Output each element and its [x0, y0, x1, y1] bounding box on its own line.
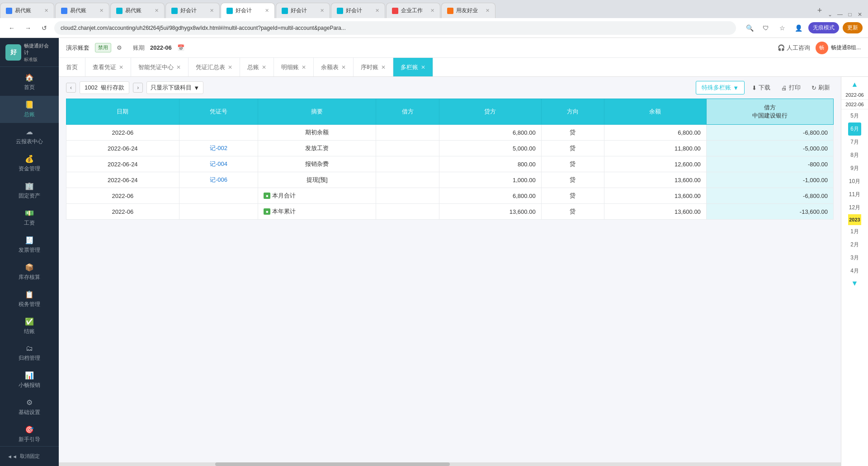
tab-close-button[interactable]: ✕: [44, 8, 48, 14]
sidebar-item-税务管理[interactable]: 📋税务管理: [0, 286, 59, 313]
date-nav-item-5月[interactable]: 5月: [848, 109, 861, 122]
page-tab-明细账[interactable]: 明细账✕: [274, 58, 314, 77]
page-tab-凭证汇总表[interactable]: 凭证汇总表✕: [189, 58, 240, 77]
browser-tab-0[interactable]: 易代账✕: [0, 3, 54, 18]
search-icon[interactable]: 🔍: [743, 22, 756, 34]
sidebar-item-库存核算[interactable]: 📦库存核算: [0, 259, 59, 286]
browser-tab-6[interactable]: 好会计✕: [331, 3, 385, 18]
page-tab-余额表[interactable]: 余额表✕: [314, 58, 354, 77]
cell-voucher[interactable]: 记-002: [179, 141, 258, 156]
sidebar-item-结账[interactable]: ✅结账: [0, 313, 59, 340]
stealth-button[interactable]: 无痕模式: [808, 22, 839, 33]
refresh-button[interactable]: ↻ 刷新: [808, 81, 834, 94]
new-tab-button[interactable]: +: [813, 3, 826, 18]
print-button[interactable]: 🖨 打印: [778, 81, 804, 94]
tab-close-button[interactable]: ✕: [99, 8, 104, 14]
date-nav-item-2023[interactable]: 2023: [848, 214, 861, 225]
browser-tab-4[interactable]: 好会计✕: [221, 3, 275, 18]
shield-icon[interactable]: 🛡: [760, 22, 772, 34]
multi-col-button[interactable]: 特殊多栏账 ▼: [696, 81, 745, 94]
date-nav-item-9月[interactable]: 9月: [848, 162, 861, 175]
page-tab-close-button[interactable]: ✕: [381, 64, 386, 71]
sidebar-item-label: 新手引导: [19, 436, 40, 443]
ledger-panel: ‹ 1002 银行存款 › 只显示下级科目 ▼ 特殊多栏账: [59, 77, 841, 466]
sidebar-item-云报表中心[interactable]: ☁云报表中心: [0, 123, 59, 150]
date-down-button[interactable]: ▼: [849, 278, 860, 289]
page-tab-首页[interactable]: 首页: [59, 58, 85, 77]
date-nav-item-7月[interactable]: 7月: [848, 136, 861, 149]
calendar-icon[interactable]: 📅: [177, 44, 184, 51]
cell-voucher[interactable]: 记-004: [179, 156, 258, 172]
page-tab-close-button[interactable]: ✕: [262, 64, 266, 71]
voucher-link[interactable]: 记-006: [210, 176, 227, 183]
address-input[interactable]: [54, 21, 736, 35]
date-nav-item-1月[interactable]: 1月: [848, 225, 861, 238]
sidebar-item-基础设置[interactable]: ⚙基础设置: [0, 394, 59, 421]
page-tab-close-button[interactable]: ✕: [302, 64, 306, 71]
date-nav-item-6月[interactable]: 6月: [848, 122, 861, 136]
page-tab-close-button[interactable]: ✕: [119, 64, 123, 71]
date-nav-item-12月[interactable]: 12月: [848, 201, 861, 214]
unpin-button[interactable]: ◄◄ 取消固定: [4, 450, 55, 462]
tab-close-button[interactable]: ✕: [210, 8, 214, 14]
page-tab-close-button[interactable]: ✕: [228, 64, 232, 71]
sidebar-item-首页[interactable]: 🏠首页: [0, 69, 59, 96]
tab-close-button[interactable]: ✕: [486, 8, 490, 14]
date-nav-item-11月[interactable]: 11月: [848, 188, 861, 201]
browser-tab-7[interactable]: 企业工作✕: [386, 3, 440, 18]
tab-close-button[interactable]: ✕: [155, 8, 159, 14]
tab-close-button[interactable]: ✕: [320, 8, 324, 14]
reload-button[interactable]: ↺: [38, 22, 51, 34]
sidebar-item-工资[interactable]: 💵工资: [0, 204, 59, 231]
date-nav-item-10月[interactable]: 10月: [848, 175, 861, 188]
browser-tab-1[interactable]: 易代账✕: [55, 3, 109, 18]
voucher-link[interactable]: 记-004: [210, 160, 227, 167]
browser-tab-8[interactable]: 用友好业✕: [441, 3, 495, 18]
star-icon[interactable]: ☆: [776, 22, 788, 34]
forward-button[interactable]: →: [22, 22, 34, 34]
browser-tab-2[interactable]: 易代账✕: [110, 3, 165, 18]
date-nav-item-8月[interactable]: 8月: [848, 149, 861, 162]
tab-restore-icon[interactable]: —: [836, 11, 844, 18]
browser-tab-5[interactable]: 好会计✕: [276, 3, 330, 18]
back-button[interactable]: ←: [5, 22, 18, 34]
date-nav-item-4月[interactable]: 4月: [848, 264, 861, 278]
scrollbar-thumb[interactable]: [215, 462, 450, 466]
download-button[interactable]: ⬇ 下载: [748, 81, 774, 94]
sidebar-item-新手引导[interactable]: 🎯新手引导: [0, 421, 59, 446]
sidebar-item-小畅报销[interactable]: 📊小畅报销: [0, 367, 59, 394]
page-tab-close-button[interactable]: ✕: [176, 64, 181, 71]
consulting-button[interactable]: 🎧 人工咨询: [778, 44, 810, 52]
voucher-link[interactable]: 记-002: [210, 145, 227, 151]
tab-maximize-icon[interactable]: □: [846, 11, 854, 18]
tab-close-icon[interactable]: ✕: [856, 11, 863, 18]
tab-close-button[interactable]: ✕: [430, 8, 434, 14]
page-tab-多栏账[interactable]: 多栏账✕: [393, 58, 433, 77]
sidebar-item-发票管理[interactable]: 🧾发票管理: [0, 231, 59, 259]
sidebar-item-固定资产[interactable]: 🏢固定资产: [0, 177, 59, 204]
tab-minimize-icon[interactable]: ⌄: [826, 11, 834, 18]
settings-icon[interactable]: ⚙: [117, 44, 122, 51]
date-up-button[interactable]: ▲: [849, 79, 860, 90]
page-tab-序时账[interactable]: 序时账✕: [354, 58, 393, 77]
update-button[interactable]: 更新: [843, 22, 863, 33]
date-nav-item-2月[interactable]: 2月: [848, 238, 861, 251]
page-tab-总账[interactable]: 总账✕: [240, 58, 274, 77]
horizontal-scrollbar[interactable]: [59, 462, 841, 466]
prev-account-button[interactable]: ‹: [66, 83, 76, 93]
sidebar-item-资金管理[interactable]: 💰资金管理: [0, 150, 59, 177]
sidebar-item-总账[interactable]: 📒总账: [0, 96, 59, 123]
profile-icon[interactable]: 👤: [792, 22, 805, 34]
sub-filter-dropdown[interactable]: 只显示下级科目 ▼: [146, 81, 203, 94]
page-tab-查看凭证[interactable]: 查看凭证✕: [85, 58, 131, 77]
sidebar-item-归档管理[interactable]: 🗂归档管理: [0, 340, 59, 367]
page-tab-智能凭证中心[interactable]: 智能凭证中心✕: [131, 58, 189, 77]
page-tab-close-button[interactable]: ✕: [421, 64, 425, 71]
page-tab-close-button[interactable]: ✕: [341, 64, 346, 71]
cell-voucher[interactable]: 记-006: [179, 172, 258, 188]
tab-close-button[interactable]: ✕: [265, 8, 269, 14]
date-nav-item-3月[interactable]: 3月: [848, 251, 861, 264]
browser-tab-3[interactable]: 好会计✕: [165, 3, 220, 18]
next-account-button[interactable]: ›: [133, 83, 143, 93]
tab-close-button[interactable]: ✕: [375, 8, 379, 14]
